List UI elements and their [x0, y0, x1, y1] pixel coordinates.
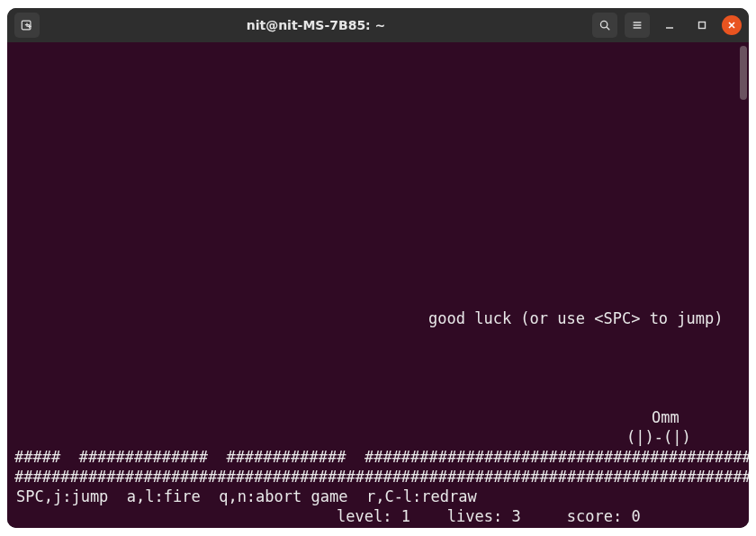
maximize-icon [698, 21, 706, 30]
svg-point-1 [600, 21, 607, 27]
minimize-button[interactable] [657, 13, 682, 38]
close-button[interactable] [722, 15, 742, 35]
ground-row-bottom: ########################################… [14, 467, 742, 487]
maximize-button[interactable] [689, 13, 715, 38]
terminal-viewport[interactable]: good luck (or use <SPC> to jump) Omm (|)… [7, 42, 749, 528]
controls-help: SPC,j:jump a,l:fire q,n:abort game r,C-l… [16, 487, 742, 506]
scrollbar-thumb[interactable] [740, 46, 747, 100]
window-title: nit@nit-MS-7B85: ~ [40, 18, 592, 32]
player-head: Omm [652, 407, 680, 427]
close-icon [727, 21, 736, 30]
player-body: (|)-(|) [626, 427, 691, 447]
new-tab-button[interactable] [14, 13, 40, 38]
svg-rect-7 [699, 22, 706, 29]
terminal-window: nit@nit-MS-7B85: ~ [7, 8, 749, 528]
svg-line-2 [607, 27, 609, 30]
titlebar: nit@nit-MS-7B85: ~ [7, 8, 749, 42]
search-button[interactable] [592, 13, 617, 38]
minimize-icon [665, 21, 674, 30]
status-line: level: 1 lives: 3 score: 0 [337, 506, 641, 526]
new-tab-icon [21, 19, 33, 31]
menu-icon [631, 19, 644, 31]
search-icon [598, 19, 611, 31]
terminal-content: good luck (or use <SPC> to jump) Omm (|)… [14, 42, 742, 521]
hint-text: good luck (or use <SPC> to jump) [428, 308, 724, 328]
menu-button[interactable] [625, 13, 650, 38]
ground-row-top: ##### ############## ############# #####… [14, 447, 742, 467]
